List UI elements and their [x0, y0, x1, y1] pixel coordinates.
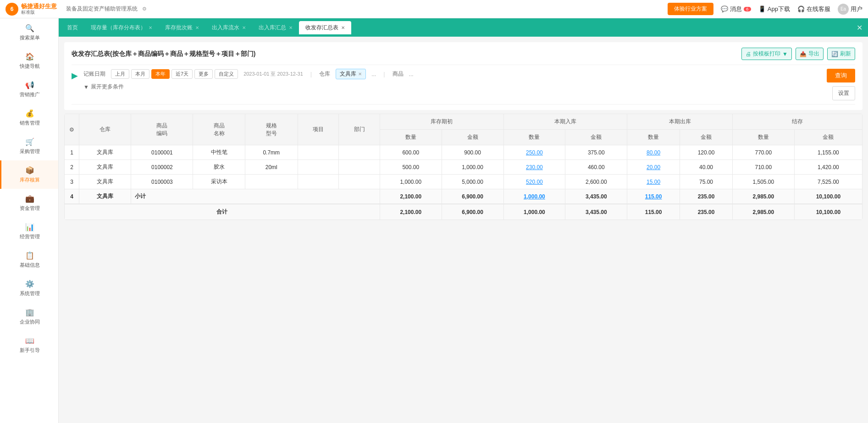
chevron-down-icon: ▼	[782, 51, 788, 57]
sidebar-item-newbie[interactable]: 📖 新手引导	[0, 331, 58, 359]
logo: 6 畅捷通好生意 标准版	[6, 3, 57, 16]
warehouse-tag-close[interactable]: ✕	[358, 71, 362, 77]
th-dept: 部门	[339, 114, 380, 145]
row-code: 0100003	[131, 175, 193, 189]
system-name: 装备及固定资产辅助管理系统	[66, 5, 138, 13]
refresh-btn[interactable]: 🔄 刷新	[827, 48, 855, 60]
subtotal-close-qty: 2,985.00	[732, 189, 794, 204]
print-label: 按模板打印	[753, 50, 780, 58]
sidebar-item-finance[interactable]: 💼 资金管理	[0, 189, 58, 217]
tab-recv-send-close[interactable]: ✕	[341, 25, 345, 30]
tab-summary-close[interactable]: ✕	[289, 25, 293, 30]
sidebar-item-enterprise[interactable]: 🏢 企业协同	[0, 302, 58, 331]
search-icon: 🔍	[25, 24, 34, 33]
warehouse-tag: 文具库 ✕	[336, 69, 366, 79]
footer-in-qty: 1,000.00	[503, 204, 565, 220]
tab-stock-dist-close[interactable]: ✕	[149, 25, 152, 30]
app-download-label: App下载	[768, 5, 790, 13]
tab-bar-close-all[interactable]: ✕	[853, 22, 866, 34]
sidebar-item-sales[interactable]: 💰 销售管理	[0, 104, 58, 132]
date-btn-last-month[interactable]: 上月	[111, 69, 129, 79]
tab-summary[interactable]: 出入库汇总 ✕	[252, 21, 299, 34]
message-action[interactable]: 💬 消息 6	[721, 5, 751, 13]
data-table: ⚙ 仓库 商品编码 商品名称 规格型号 项目 部门 库存期初 本期入库 本期	[64, 114, 862, 220]
sidebar-item-inventory[interactable]: 📦 库存核算	[0, 160, 58, 189]
warehouse-more[interactable]: ...	[371, 71, 376, 77]
row-out-qty[interactable]: 20.00	[627, 160, 680, 175]
date-btn-more[interactable]: 更多	[194, 69, 213, 79]
experience-btn[interactable]: 体验行业方案	[668, 3, 713, 15]
sidebar-item-search[interactable]: 🔍 搜索菜单	[0, 18, 58, 47]
row-in-qty[interactable]: 520.00	[503, 175, 565, 189]
tab-stock-dist[interactable]: 现存量（库存分布表） ✕	[84, 21, 159, 34]
th-in-group: 本期入库	[503, 114, 627, 130]
date-btn-this-month[interactable]: 本月	[131, 69, 149, 79]
th-settings: ⚙	[65, 114, 79, 145]
row-in-amt: 2,600.00	[565, 175, 627, 189]
tab-flow-close[interactable]: ✕	[242, 25, 246, 30]
date-btn-7days[interactable]: 近7天	[171, 69, 193, 79]
sidebar-item-system[interactable]: ⚙️ 系统管理	[0, 274, 58, 302]
footer-close-qty: 2,985.00	[732, 204, 794, 220]
footer-out-qty: 115.00	[627, 204, 680, 220]
subtotal-out-qty[interactable]: 115.00	[627, 189, 680, 204]
expand-icon: ▼	[83, 84, 89, 90]
export-btn[interactable]: 📤 导出	[796, 48, 824, 60]
tab-batch-close[interactable]: ✕	[195, 25, 199, 30]
filter-sep-2: |	[383, 71, 385, 77]
top-bar-left: 6 畅捷通好生意 标准版 装备及固定资产辅助管理系统 ⚙	[6, 3, 147, 16]
refresh-icon: 🔄	[831, 51, 838, 57]
tab-flow[interactable]: 出入库流水 ✕	[205, 21, 252, 34]
user-action[interactable]: Ea 用户	[838, 4, 862, 15]
subtotal-in-qty[interactable]: 1,000.00	[503, 189, 565, 204]
inventory-icon: 📦	[25, 166, 34, 175]
print-template-btn[interactable]: 🖨 按模板打印 ▼	[741, 48, 792, 60]
query-btn[interactable]: 查询	[827, 69, 855, 82]
footer-in-amt: 3,435.00	[565, 204, 627, 220]
message-icon: 💬	[721, 5, 728, 12]
subtotal-out-amt: 235.00	[680, 189, 733, 204]
filter-toggle-btn[interactable]: ▶	[72, 71, 78, 81]
row-project	[298, 175, 339, 189]
row-out-qty[interactable]: 80.00	[627, 145, 680, 160]
th-open-amt: 金额	[442, 130, 503, 145]
online-support-action[interactable]: 🎧 在线客服	[797, 5, 830, 13]
footer-open-amt: 6,900.00	[442, 204, 503, 220]
date-btn-this-year[interactable]: 本年	[151, 69, 170, 79]
filter-right-actions: 查询 设置	[827, 69, 855, 100]
row-project	[298, 145, 339, 160]
expand-btn[interactable]: ▼ 展开更多条件	[83, 83, 821, 91]
sidebar-item-label: 采购管理	[20, 148, 40, 155]
sidebar-item-purchase[interactable]: 🛒 采购管理	[0, 132, 58, 160]
subtotal-in-amt: 3,435.00	[565, 189, 627, 204]
th-opening-group: 库存期初	[380, 114, 503, 130]
sidebar-item-basic[interactable]: 📋 基础信息	[0, 246, 58, 274]
footer-close-amt: 10,100.00	[794, 204, 862, 220]
tab-recv-send[interactable]: 收发存汇总表 ✕	[299, 21, 351, 34]
finance-icon: 💼	[25, 194, 34, 203]
row-in-qty[interactable]: 230.00	[503, 160, 565, 175]
app-wrapper: 6 畅捷通好生意 标准版 装备及固定资产辅助管理系统 ⚙ 体验行业方案 💬 消息…	[0, 0, 868, 423]
user-avatar: Ea	[838, 4, 849, 15]
setting-btn[interactable]: 设置	[832, 86, 855, 100]
sidebar-item-marketing[interactable]: 📢 营销推广	[0, 75, 58, 104]
system-icon: ⚙️	[25, 280, 34, 288]
logo-icon: 6	[6, 3, 18, 16]
goods-more[interactable]: ...	[409, 71, 414, 77]
tab-home[interactable]: 首页	[61, 21, 84, 34]
message-badge: 6	[744, 7, 751, 11]
sidebar-item-quick[interactable]: 🏠 快捷导航	[0, 47, 58, 75]
row-in-qty[interactable]: 250.00	[503, 145, 565, 160]
filter-row-1: 记账日期 上月 本月 本年 近7天 更多 自定义 2023-01-01 至 20…	[83, 69, 821, 79]
row-out-qty[interactable]: 15.00	[627, 175, 680, 189]
sidebar-item-operation[interactable]: 📊 经营管理	[0, 217, 58, 246]
tab-batch[interactable]: 库存批次账 ✕	[159, 21, 205, 34]
date-range: 2023-01-01 至 2023-12-31	[243, 71, 303, 77]
content-area: 首页 现存量（库存分布表） ✕ 库存批次账 ✕ 出入库流水 ✕ 出入库汇总 ✕	[59, 18, 868, 423]
row-warehouse: 文具库	[79, 145, 131, 160]
table-row: 1 文具库 0100001 中性笔 0.7mm 600.00 900.00 25…	[65, 145, 862, 160]
app-download-action[interactable]: 📱 App下载	[758, 5, 790, 13]
row-in-amt: 375.00	[565, 145, 627, 160]
brand-main: 畅捷通好生意	[21, 3, 57, 10]
date-btn-custom[interactable]: 自定义	[215, 69, 238, 79]
